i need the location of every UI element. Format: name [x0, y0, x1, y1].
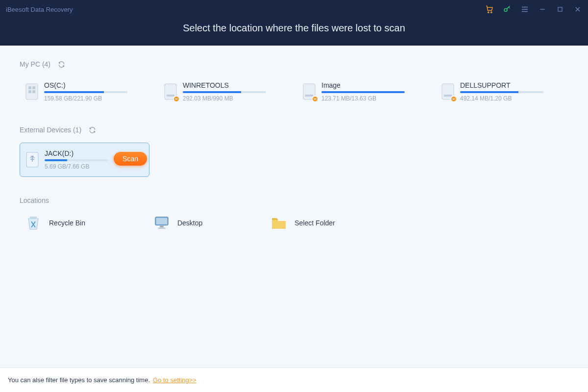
drive-capacity: 159.58 GB/221.90 GB — [44, 95, 145, 102]
go-to-setting-link[interactable]: Go to setting>> — [153, 376, 196, 384]
svg-point-1 — [491, 12, 492, 13]
location-select-folder[interactable]: Select Folder — [271, 215, 335, 231]
drive-name: WINRETOOLS — [183, 81, 283, 89]
drive-winretools[interactable]: WINRETOOLS 292.03 MB/990 MB — [158, 77, 288, 106]
location-recycle-bin[interactable]: Recycle Bin — [25, 215, 85, 231]
cart-icon[interactable] — [485, 5, 494, 14]
svg-point-2 — [504, 9, 507, 12]
warning-badge-icon — [173, 96, 180, 102]
key-icon[interactable] — [503, 5, 512, 14]
svg-rect-14 — [314, 98, 317, 99]
folder-icon — [271, 215, 287, 231]
ext-drives-row: JACK(D:) 5.69 GB/7.66 GB Scan — [20, 143, 568, 177]
svg-rect-22 — [160, 226, 164, 228]
close-icon[interactable] — [573, 5, 582, 14]
section-label-external: External Devices (1) — [20, 126, 81, 134]
drive-name: DELLSUPPORT — [460, 81, 561, 89]
menu-icon[interactable] — [520, 5, 529, 14]
drive-name: OS(C:) — [44, 81, 145, 89]
svg-rect-4 — [26, 84, 38, 99]
section-locations: Locations — [20, 196, 568, 204]
maximize-icon[interactable] — [556, 5, 564, 14]
hdd-icon — [302, 83, 317, 100]
page-header: Select the location where the files were… — [0, 19, 588, 46]
drive-jack-d[interactable]: JACK(D:) 5.69 GB/7.66 GB Scan — [20, 143, 149, 177]
titlebar: iBeesoft Data Recovery — [0, 0, 588, 19]
usb-icon — [25, 150, 40, 169]
section-label-locations: Locations — [20, 196, 49, 204]
svg-rect-17 — [453, 98, 455, 99]
refresh-icon[interactable] — [57, 60, 65, 68]
svg-point-0 — [488, 12, 489, 13]
drive-name: Image — [321, 81, 422, 89]
svg-rect-3 — [558, 7, 562, 11]
svg-rect-5 — [28, 86, 31, 89]
refresh-icon[interactable] — [88, 126, 96, 134]
pc-drives-row: OS(C:) 159.58 GB/221.90 GB WINRETOOLS 29… — [20, 77, 568, 106]
minimize-icon[interactable] — [538, 5, 547, 14]
drive-image[interactable]: Image 123.71 MB/13.63 GB — [297, 77, 427, 106]
warning-badge-icon — [312, 96, 318, 102]
drive-capacity: 123.71 MB/13.63 GB — [321, 95, 422, 102]
main-content: My PC (4) OS(C:) 159.58 GB/221.90 GB WIN… — [0, 46, 588, 231]
location-label: Recycle Bin — [49, 219, 85, 227]
hdd-icon — [441, 83, 455, 100]
svg-rect-23 — [158, 227, 165, 229]
svg-rect-6 — [32, 86, 35, 89]
svg-rect-21 — [156, 218, 168, 224]
svg-rect-10 — [167, 95, 174, 97]
svg-rect-11 — [175, 98, 178, 99]
footer-hint-text: You can alse filter file types to save s… — [8, 376, 150, 384]
titlebar-actions — [485, 5, 582, 14]
hdd-icon — [24, 83, 39, 100]
recycle-bin-icon — [25, 215, 41, 231]
location-desktop[interactable]: Desktop — [154, 215, 202, 231]
drive-capacity: 492.14 MB/1.20 GB — [460, 95, 561, 102]
section-external: External Devices (1) — [20, 126, 568, 134]
footer-bar: You can alse filter file types to save s… — [0, 368, 588, 392]
svg-rect-19 — [30, 217, 37, 219]
section-label-mypc: My PC (4) — [20, 60, 50, 68]
drive-capacity: 292.03 MB/990 MB — [183, 95, 283, 102]
hdd-icon — [163, 83, 178, 100]
page-title: Select the location where the files were… — [183, 23, 405, 34]
svg-rect-7 — [28, 90, 31, 93]
location-label: Desktop — [177, 219, 202, 227]
scan-button[interactable]: Scan — [114, 152, 147, 166]
drive-dellsupport[interactable]: DELLSUPPORT 492.14 MB/1.20 GB — [436, 77, 565, 106]
locations-row: Recycle Bin Desktop Select Folder — [20, 215, 568, 231]
svg-rect-8 — [32, 90, 35, 93]
warning-badge-icon — [450, 96, 457, 102]
drive-os-c[interactable]: OS(C:) 159.58 GB/221.90 GB — [20, 77, 149, 106]
svg-rect-16 — [444, 95, 452, 97]
app-title: iBeesoft Data Recovery — [6, 6, 73, 13]
desktop-icon — [154, 215, 170, 231]
svg-rect-13 — [305, 95, 313, 97]
location-label: Select Folder — [294, 219, 335, 227]
section-my-pc: My PC (4) — [20, 60, 568, 68]
